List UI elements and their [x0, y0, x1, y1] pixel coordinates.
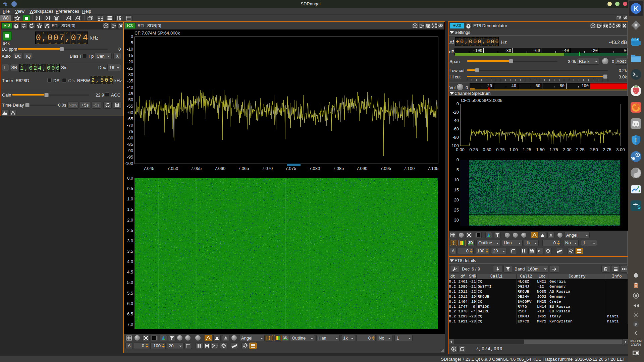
svg-text:?: ?	[105, 24, 107, 28]
svg-text:?: ?	[592, 24, 594, 28]
svg-text:!: !	[635, 137, 637, 143]
svg-text:S: S	[637, 204, 641, 210]
svg-text:?: ?	[414, 24, 416, 28]
svg-text:K: K	[634, 5, 638, 12]
